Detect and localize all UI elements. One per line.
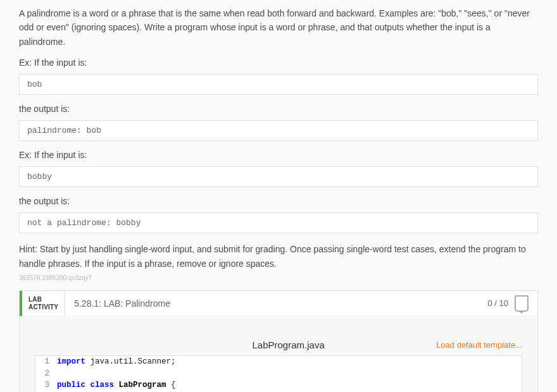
- lab-body: LabProgram.java Load default template...…: [20, 317, 537, 392]
- editor-line[interactable]: 2: [35, 368, 522, 380]
- ex1-input-box: bob: [19, 74, 538, 95]
- out1-label: the output is:: [19, 104, 538, 114]
- file-header: LabProgram.java Load default template...: [35, 334, 522, 355]
- ex2-output-box: not a palindrome: bobby: [19, 212, 538, 233]
- out2-label: the output is:: [19, 196, 538, 206]
- code-editor[interactable]: 1import java.util.Scanner;23public class…: [35, 355, 522, 392]
- line-number: 2: [35, 368, 54, 380]
- line-number: 1: [35, 356, 54, 368]
- ex2-input-box: bobby: [19, 166, 538, 187]
- lab-activity-line1: LAB: [28, 296, 58, 303]
- lab-score-text: 0 / 10: [487, 298, 508, 308]
- editor-line[interactable]: 1import java.util.Scanner;: [35, 356, 522, 368]
- ex2-label: Ex: If the input is:: [19, 150, 538, 160]
- editor-line[interactable]: 3public class LabProgram {: [35, 379, 522, 391]
- problem-intro: A palindrome is a word or a phrase that …: [19, 6, 538, 49]
- line-number: 3: [35, 379, 54, 391]
- hint-text: Hint: Start by just handling single-word…: [19, 242, 538, 271]
- lab-title: 5.28.1: LAB: Palindrome: [65, 291, 479, 316]
- lab-card: LAB ACTIVITY 5.28.1: LAB: Palindrome 0 /…: [19, 290, 538, 392]
- filename-label: LabProgram.java: [253, 340, 325, 350]
- code-content[interactable]: [54, 368, 57, 380]
- load-default-template-link[interactable]: Load default template...: [436, 340, 522, 350]
- code-content[interactable]: public class LabProgram {: [54, 379, 176, 391]
- lab-score-area: 0 / 10: [479, 291, 537, 316]
- code-content[interactable]: import java.util.Scanner;: [54, 356, 176, 368]
- badge-icon: [515, 295, 529, 312]
- lab-activity-label: LAB ACTIVITY: [22, 291, 65, 316]
- lab-header: LAB ACTIVITY 5.28.1: LAB: Palindrome 0 /…: [20, 291, 537, 317]
- ex1-label: Ex: If the input is:: [19, 58, 538, 68]
- content-id: 363576.2385390.qx3zqy7: [19, 274, 538, 281]
- ex1-output-box: palindrome: bob: [19, 120, 538, 141]
- lab-activity-line2: ACTIVITY: [28, 303, 58, 311]
